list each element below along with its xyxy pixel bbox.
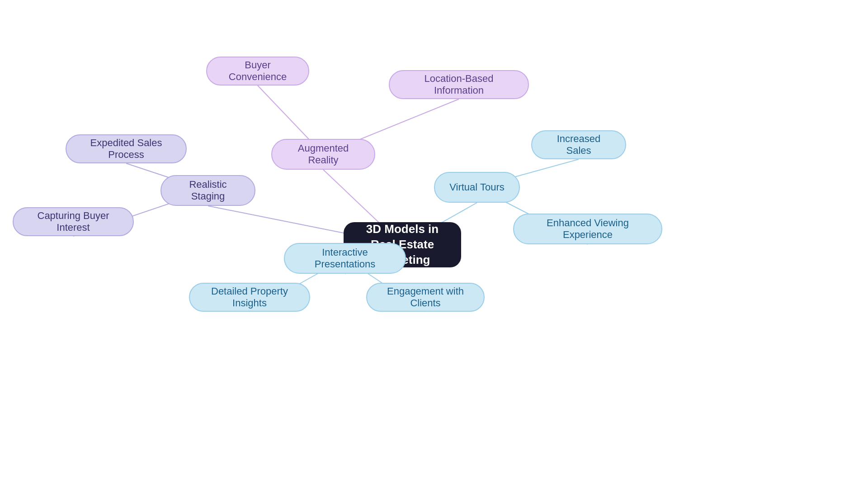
node-augmented-reality-label: Augmented Reality	[285, 143, 362, 166]
node-expedited-sales-label: Expedited Sales Process	[79, 137, 173, 161]
node-enhanced-viewing[interactable]: Enhanced Viewing Experience	[513, 214, 662, 244]
node-enhanced-viewing-label: Enhanced Viewing Experience	[527, 217, 649, 241]
node-engagement-clients[interactable]: Engagement with Clients	[366, 283, 485, 312]
node-realistic-staging[interactable]: Realistic Staging	[160, 175, 255, 206]
node-capturing-buyer-label: Capturing Buyer Interest	[26, 210, 120, 233]
node-buyer-convenience[interactable]: Buyer Convenience	[206, 57, 309, 86]
node-increased-sales-label: Increased Sales	[545, 133, 613, 157]
node-detailed-property-label: Detailed Property Insights	[203, 285, 297, 309]
node-buyer-convenience-label: Buyer Convenience	[220, 59, 296, 83]
node-interactive-presentations[interactable]: Interactive Presentations	[284, 243, 406, 274]
node-increased-sales[interactable]: Increased Sales	[531, 130, 626, 159]
node-location-based[interactable]: Location-Based Information	[389, 70, 529, 99]
node-location-based-label: Location-Based Information	[402, 73, 515, 96]
node-augmented-reality[interactable]: Augmented Reality	[271, 139, 375, 170]
node-capturing-buyer[interactable]: Capturing Buyer Interest	[13, 207, 134, 236]
node-virtual-tours-label: Virtual Tours	[449, 181, 504, 193]
node-interactive-presentations-label: Interactive Presentations	[297, 247, 392, 270]
node-engagement-clients-label: Engagement with Clients	[380, 285, 471, 309]
node-expedited-sales[interactable]: Expedited Sales Process	[66, 134, 187, 163]
node-realistic-staging-label: Realistic Staging	[174, 179, 242, 202]
node-detailed-property[interactable]: Detailed Property Insights	[189, 283, 310, 312]
node-virtual-tours[interactable]: Virtual Tours	[434, 172, 520, 203]
